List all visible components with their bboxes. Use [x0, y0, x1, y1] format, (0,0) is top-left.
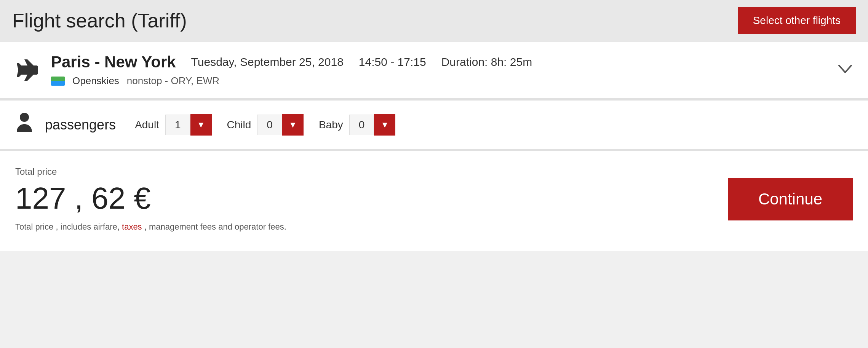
baby-group: Baby 0 ▼	[319, 114, 395, 136]
flight-main-row: Paris - New York Tuesday, September 25, …	[51, 53, 838, 71]
price-content: Total price 127 , 62 € Total price , inc…	[15, 166, 728, 232]
child-count: 0	[257, 115, 282, 135]
baby-label: Baby	[319, 119, 343, 131]
price-amount: 127 , 62 €	[15, 181, 728, 216]
price-note-after: , management fees and operator fees.	[144, 222, 286, 231]
passengers-label: passengers	[45, 117, 116, 133]
child-chevron-icon: ▼	[289, 120, 297, 130]
adult-dropdown-button[interactable]: ▼	[190, 114, 212, 136]
flight-sub-row: Openskies nonstop - ORY, EWR	[51, 75, 838, 87]
baby-chevron-icon: ▼	[380, 120, 389, 130]
price-section: Total price 127 , 62 € Total price , inc…	[0, 151, 868, 251]
page-header: Flight search (Tariff) Select other flig…	[0, 0, 868, 42]
flight-date: Tuesday, September 25, 2018	[191, 56, 344, 69]
total-price-label: Total price	[15, 166, 728, 177]
child-group: Child 0 ▼	[227, 114, 304, 136]
flight-expand-icon[interactable]	[838, 62, 853, 78]
svg-point-0	[20, 113, 29, 122]
adult-chevron-icon: ▼	[197, 120, 205, 130]
adult-count: 1	[165, 115, 190, 135]
baby-count: 0	[349, 115, 374, 135]
flight-details: Paris - New York Tuesday, September 25, …	[51, 53, 838, 87]
taxes-link: taxes	[122, 222, 142, 231]
price-note-before: Total price , includes airfare,	[15, 222, 120, 231]
flight-route: Paris - New York	[51, 53, 176, 71]
select-other-flights-button[interactable]: Select other flights	[738, 7, 856, 34]
airline-name: Openskies	[72, 75, 119, 87]
child-label: Child	[227, 119, 251, 131]
child-dropdown-button[interactable]: ▼	[282, 114, 304, 136]
adult-label: Adult	[135, 119, 159, 131]
continue-button[interactable]: Continue	[728, 178, 853, 220]
passenger-icon	[15, 112, 34, 137]
adult-group: Adult 1 ▼	[135, 114, 211, 136]
page-title: Flight search (Tariff)	[12, 9, 187, 32]
flight-time: 14:50 - 17:15	[359, 56, 426, 69]
flight-duration: Duration: 8h: 25m	[441, 56, 532, 69]
price-note: Total price , includes airfare, taxes , …	[15, 222, 728, 232]
passengers-section: passengers Adult 1 ▼ Child 0 ▼ Baby 0 ▼	[0, 101, 868, 151]
flight-card: Paris - New York Tuesday, September 25, …	[0, 42, 868, 101]
airline-logo	[51, 77, 65, 86]
plane-icon	[15, 58, 40, 82]
baby-dropdown-button[interactable]: ▼	[374, 114, 395, 136]
flight-stops: nonstop - ORY, EWR	[127, 75, 219, 87]
